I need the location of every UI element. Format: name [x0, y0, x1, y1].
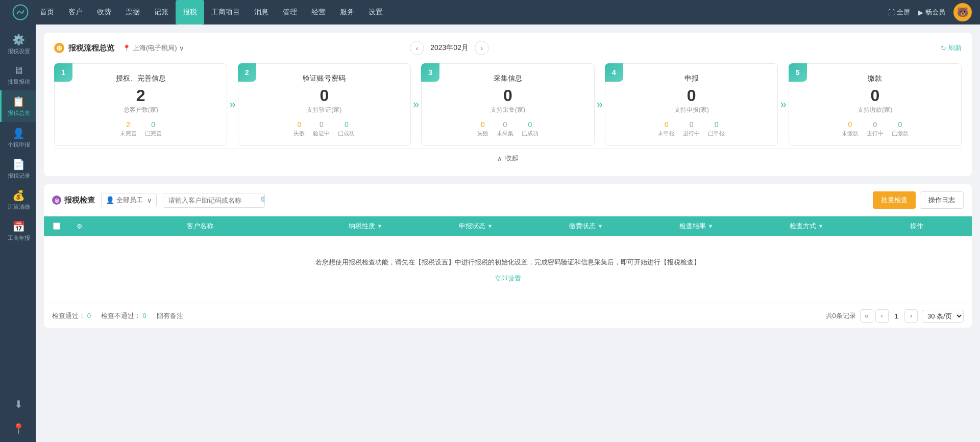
sidebar-item-tax-overview[interactable]: 📋 报税总览: [0, 90, 36, 121]
nav-settings[interactable]: 设置: [361, 0, 390, 24]
header-right-buttons: 批量检查 操作日志: [873, 191, 964, 209]
tax-settings-icon: ⚙️: [12, 34, 25, 46]
step-badge-4: 4: [605, 63, 623, 82]
collapse-icon: ∧: [497, 155, 502, 162]
sidebar-item-batch-tax[interactable]: 🖥 批量报税: [0, 60, 36, 90]
prev-page-btn[interactable]: ‹: [875, 309, 889, 323]
step-cards: 1 授权、完善信息 2 总客户数(家) 2 未完善 0 已完善 »: [54, 63, 962, 146]
check-pass-stat: 检查通过： 0: [52, 311, 91, 321]
sidebar-bottom: ⬇ 📍: [9, 393, 27, 442]
vip-icon: ▶: [918, 9, 923, 16]
top-navigation: 首页 客户 收费 票据 记账 报税 工商项目 消息 管理 经营 服务 设置 ⛶ …: [0, 0, 980, 24]
nav-home[interactable]: 首页: [33, 0, 61, 24]
search-button[interactable]: 🔍: [255, 193, 265, 207]
check-fail-count[interactable]: 0: [142, 312, 146, 320]
th-gear[interactable]: ⚙: [69, 223, 90, 230]
footer-right: 共0条记录 « ‹ 1 › 30 条/页: [826, 309, 964, 323]
nav-business[interactable]: 工商项目: [204, 0, 247, 24]
filter-icon-3: ▼: [598, 223, 603, 229]
prev-date-btn[interactable]: ‹: [410, 41, 424, 55]
stat-fail[interactable]: 0 失败: [293, 120, 305, 137]
dropdown-icon: ∨: [147, 197, 152, 204]
stat-in-progress-4[interactable]: 0 进行中: [683, 120, 700, 137]
stat-reported[interactable]: 0 已申报: [708, 120, 725, 137]
setup-link[interactable]: 立即设置: [495, 274, 521, 283]
operation-log-button[interactable]: 操作日志: [920, 191, 964, 209]
header-checkbox[interactable]: [53, 223, 60, 230]
search-input[interactable]: [163, 193, 255, 207]
vip-btn[interactable]: ▶ 畅会员: [918, 8, 945, 17]
nav-service[interactable]: 服务: [333, 0, 361, 24]
overview-header: ⊕ 报税流程总览 📍 上海(电子税局) ∨ ‹ 2023年02月 › ↻ 刷新: [54, 41, 962, 55]
th-tax-nature[interactable]: 纳税性质 ▼: [310, 222, 421, 231]
stat-in-progress-5[interactable]: 0 进行中: [867, 120, 884, 137]
nav-fee[interactable]: 收费: [90, 0, 118, 24]
th-check-result[interactable]: 检查结果 ▼: [641, 222, 751, 231]
stat-collected[interactable]: 0 已成功: [522, 120, 538, 137]
employee-filter-icon: 👤: [106, 196, 114, 204]
step-card-1: 1 授权、完善信息 2 总客户数(家) 2 未完善 0 已完善: [54, 63, 227, 146]
batch-check-button[interactable]: 批量检查: [873, 191, 916, 209]
nav-bookkeeping[interactable]: 记账: [147, 0, 176, 24]
table-footer: 检查通过： 0 检查不通过： 0 囧有备注 共0条记录 « ‹ 1 ›: [44, 304, 972, 328]
stat-unpaid[interactable]: 0 未缴款: [842, 120, 859, 137]
pagination: « ‹ 1 ›: [860, 309, 918, 323]
gear-icon: ⚙: [77, 223, 83, 230]
date-navigator: ‹ 2023年02月 ›: [410, 41, 489, 55]
sidebar-item-annual-report[interactable]: 📅 工商年报: [0, 215, 36, 247]
step-badge-3: 3: [421, 63, 439, 82]
next-page-btn[interactable]: ›: [904, 309, 918, 323]
footer-stats: 检查通过： 0 检查不通过： 0 囧有备注: [52, 311, 183, 321]
per-page-select[interactable]: 30 条/页: [922, 310, 964, 323]
nav-manage[interactable]: 管理: [276, 0, 304, 24]
stat-complete[interactable]: 0 已完善: [145, 120, 162, 137]
empty-hint: 若您想使用报税检查功能，请先在【报税设置】中进行报税的初始化设置，完成密码验证和…: [315, 256, 700, 268]
next-date-btn[interactable]: ›: [475, 41, 489, 55]
refresh-icon: ↻: [941, 44, 946, 52]
nav-message[interactable]: 消息: [247, 0, 276, 24]
stat-verifying[interactable]: 0 验证中: [313, 120, 330, 137]
stat-uncollected[interactable]: 0 未采集: [497, 120, 513, 137]
user-avatar[interactable]: 🐻: [953, 3, 972, 21]
th-checkbox[interactable]: [44, 223, 69, 230]
check-fail-stat: 检查不通过： 0: [101, 311, 146, 321]
tax-record-icon: 📄: [12, 158, 25, 170]
stat-paid[interactable]: 0 已缴款: [892, 120, 909, 137]
location-icon: 📍: [12, 423, 25, 435]
nav-operation[interactable]: 经营: [304, 0, 333, 24]
sidebar-item-settlement[interactable]: 💰 汇算清缴: [0, 184, 36, 215]
first-page-btn[interactable]: «: [860, 309, 873, 323]
filter-icon-4: ▼: [708, 223, 714, 229]
refresh-btn[interactable]: ↻ 刷新: [941, 43, 962, 53]
collapse-btn[interactable]: ∧ 收起: [54, 148, 962, 168]
fullscreen-icon: ⛶: [888, 9, 895, 16]
annual-report-icon: 📅: [12, 220, 25, 233]
nav-items: 首页 客户 收费 票据 记账 报税 工商项目 消息 管理 经营 服务 设置: [33, 0, 888, 24]
stat-incomplete[interactable]: 2 未完善: [120, 120, 137, 137]
search-box: 🔍: [163, 193, 265, 208]
stat-unreported[interactable]: 0 未申报: [658, 120, 675, 137]
step-2-stats: 0 失败 0 验证中 0 已成功: [247, 120, 402, 137]
tax-check-icon: ◎: [52, 195, 61, 205]
sidebar-item-personal-tax[interactable]: 👤 个税申报: [0, 122, 36, 153]
sidebar-item-tax-record[interactable]: 📄 报税记录: [0, 153, 36, 184]
nav-customer[interactable]: 客户: [61, 0, 90, 24]
th-report-status[interactable]: 申报状态 ▼: [421, 222, 531, 231]
sidebar-item-download[interactable]: ⬇: [9, 393, 27, 418]
nav-tax[interactable]: 报税: [176, 0, 204, 24]
nav-invoice[interactable]: 票据: [118, 0, 147, 24]
sidebar-item-tax-settings[interactable]: ⚙️ 报税设置: [0, 29, 36, 60]
th-fee-status[interactable]: 缴费状态 ▼: [531, 222, 641, 231]
employee-filter[interactable]: 👤 全部员工 ∨: [101, 193, 157, 207]
tax-overview-icon: 📋: [12, 95, 25, 108]
overview-location[interactable]: 📍 上海(电子税局) ∨: [122, 43, 184, 53]
sidebar-item-location[interactable]: 📍: [9, 418, 27, 442]
overview-title: ⊕ 报税流程总览: [54, 43, 114, 53]
stat-collect-fail[interactable]: 0 失败: [477, 120, 488, 137]
tax-check-title: ◎ 报税检查: [52, 195, 95, 205]
check-pass-count[interactable]: 0: [87, 312, 91, 320]
filter-icon-5: ▼: [818, 223, 824, 229]
th-check-method[interactable]: 检查方式 ▼: [751, 222, 862, 231]
stat-verified[interactable]: 0 已成功: [338, 120, 355, 137]
fullscreen-btn[interactable]: ⛶ 全屏: [888, 8, 910, 17]
